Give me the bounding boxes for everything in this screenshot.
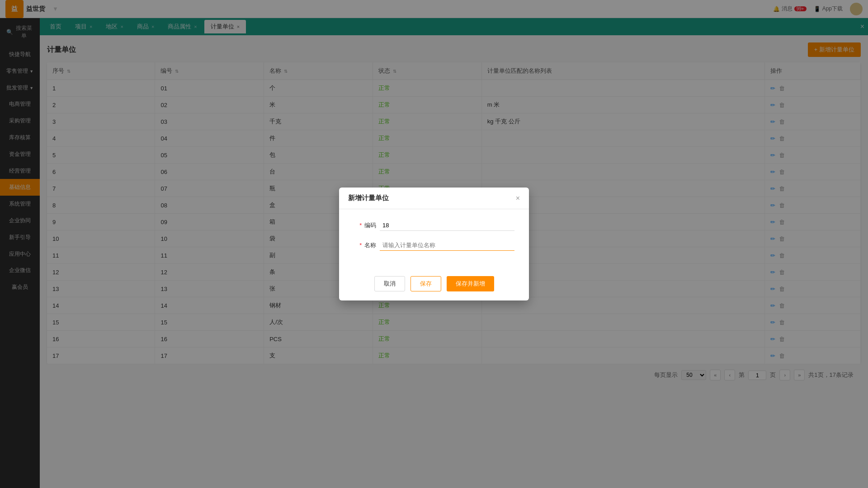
form-label-code: * 编码	[354, 221, 376, 230]
code-label-text: 编码	[364, 222, 376, 229]
app-container: 益 益世货 ▼ 🔔 消息 99+ 📱 App下载 🔍 搜索菜单	[0, 0, 868, 488]
required-mark: *	[359, 222, 362, 229]
add-unit-modal: 新增计量单位 × * 编码 * 名称	[339, 188, 529, 300]
save-button[interactable]: 保存	[410, 276, 441, 291]
modal-footer: 取消 保存 保存并新增	[339, 271, 529, 300]
modal-close-button[interactable]: ×	[516, 194, 520, 202]
modal-header: 新增计量单位 ×	[339, 188, 529, 209]
form-row-name: * 名称	[354, 240, 514, 251]
modal-title: 新增计量单位	[348, 194, 389, 202]
modal-overlay: 新增计量单位 × * 编码 * 名称	[0, 0, 868, 488]
required-mark: *	[359, 242, 362, 249]
form-label-name: * 名称	[354, 241, 376, 249]
name-input[interactable]	[380, 240, 514, 251]
code-input[interactable]	[380, 220, 514, 231]
name-label-text: 名称	[364, 242, 376, 249]
cancel-button[interactable]: 取消	[374, 276, 405, 291]
save-and-add-button[interactable]: 保存并新增	[447, 276, 494, 291]
form-row-code: * 编码	[354, 220, 514, 231]
modal-body: * 编码 * 名称	[339, 209, 529, 271]
